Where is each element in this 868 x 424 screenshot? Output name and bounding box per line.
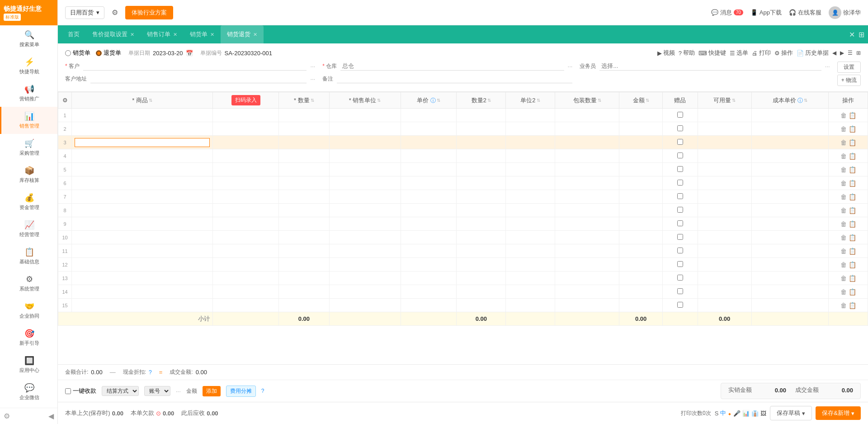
unit-cell-9[interactable] [329,217,401,231]
amount-sort-icon[interactable]: ⇅ [646,98,649,103]
topbar-gear-icon[interactable]: ⚙ [112,8,118,17]
product-extra-cell-12[interactable] [213,258,279,272]
copy-icon-14[interactable]: 📋 [849,288,856,295]
available-cell-6[interactable] [698,176,751,190]
sidebar-item-2[interactable]: 📢 营销推广 [0,80,57,107]
qty-cell-13[interactable] [279,272,329,285]
product-cell-1[interactable] [72,109,213,122]
category-select[interactable]: 日用百货 ▾ [65,6,104,19]
tool-icon-6[interactable]: 👔 [751,410,759,417]
cost-cell-8[interactable] [751,204,829,217]
return-type-option[interactable]: 退货单 [96,49,121,57]
amount-cell-15[interactable] [619,299,663,312]
price-cell-14[interactable] [401,285,457,299]
available-cell-3[interactable] [698,136,751,149]
gift-checkbox-8[interactable] [677,207,683,213]
qty-cell-8[interactable] [279,204,329,217]
unit2-cell-12[interactable] [506,258,555,272]
tool-icon-4[interactable]: 🎤 [733,410,741,417]
tab-1[interactable]: 售价提取设置✕ [86,25,141,43]
amount-cell-1[interactable] [619,109,663,122]
price-cell-9[interactable] [401,217,457,231]
pkg-qty-cell-11[interactable] [555,244,619,258]
unit-sort-icon[interactable]: ⇅ [377,98,381,103]
return-radio[interactable] [96,50,102,56]
product-cell-6[interactable] [72,176,213,190]
tab-close-1[interactable]: ✕ [130,32,134,38]
available-cell-4[interactable] [698,149,751,163]
sidebar-item-3[interactable]: 📊 销售管理 [0,107,57,134]
scan-input-btn[interactable]: 扫码录入 [231,95,260,105]
qty2-cell-15[interactable] [457,299,506,312]
amount-cell-14[interactable] [619,285,663,299]
amount-cell-10[interactable] [619,231,663,244]
gift-cell-2[interactable] [662,122,698,136]
available-cell-2[interactable] [698,122,751,136]
product-extra-cell-9[interactable] [213,217,279,231]
delete-icon-14[interactable]: 🗑 [840,288,847,295]
price-cell-4[interactable] [401,149,457,163]
unit-cell-3[interactable] [329,136,401,149]
qty-sort-icon[interactable]: ⇅ [311,98,314,103]
tool-icon-3[interactable]: ⬥ [728,410,731,417]
qty-cell-9[interactable] [279,217,329,231]
discount-info-icon[interactable]: ? [149,369,152,376]
gift-cell-8[interactable] [662,204,698,217]
available-cell-12[interactable] [698,258,751,272]
gift-checkbox-4[interactable] [677,152,683,158]
product-extra-cell-14[interactable] [213,285,279,299]
qty2-cell-7[interactable] [457,190,506,204]
product-cell-11[interactable] [72,244,213,258]
account-dots[interactable]: ··· [176,388,181,395]
available-cell-9[interactable] [698,217,751,231]
sidebar-item-4[interactable]: 🛒 采购管理 [0,134,57,161]
price-cell-8[interactable] [401,204,457,217]
qty2-cell-8[interactable] [457,204,506,217]
gift-checkbox-5[interactable] [677,166,683,172]
warehouse-input[interactable] [340,62,564,71]
sidebar-item-13[interactable]: 💬 企业微信 [0,378,57,405]
copy-icon-2[interactable]: 📋 [849,125,856,133]
sales-radio[interactable] [65,50,71,56]
amount-cell-7[interactable] [619,190,663,204]
product-cell-14[interactable] [72,285,213,299]
price-cell-2[interactable] [401,122,457,136]
unit-cell-11[interactable] [329,244,401,258]
costprice-sort-icon[interactable]: ⇅ [804,98,807,103]
unit2-cell-15[interactable] [506,299,555,312]
salesperson-select-btn[interactable]: ··· [825,63,830,70]
qty2-cell-11[interactable] [457,244,506,258]
logistics-btn[interactable]: + 物流 [837,75,861,86]
gift-checkbox-2[interactable] [677,125,683,131]
price-cell-12[interactable] [401,258,457,272]
qty2-sort-icon[interactable]: ⇅ [487,98,491,103]
amount-cell-8[interactable] [619,204,663,217]
delete-icon-6[interactable]: 🗑 [840,180,847,187]
one-click-checkbox[interactable] [65,388,71,394]
product-extra-cell-2[interactable] [213,122,279,136]
copy-icon-8[interactable]: 📋 [849,207,856,214]
online-service-btn[interactable]: 🎧 在线客服 [789,9,821,17]
product-extra-cell-7[interactable] [213,190,279,204]
product-extra-cell-13[interactable] [213,272,279,285]
unit2-cell-2[interactable] [506,122,555,136]
amount-cell-5[interactable] [619,163,663,176]
delete-icon-15[interactable]: 🗑 [840,302,847,309]
product-cell-9[interactable] [72,217,213,231]
qty2-cell-3[interactable] [457,136,506,149]
product-extra-cell-4[interactable] [213,149,279,163]
copy-icon-3[interactable]: 📋 [849,139,856,146]
delete-icon-13[interactable]: 🗑 [840,275,847,282]
gift-checkbox-9[interactable] [677,220,683,226]
gift-cell-10[interactable] [662,231,698,244]
qty2-cell-10[interactable] [457,231,506,244]
amount-cell-2[interactable] [619,122,663,136]
gift-cell-13[interactable] [662,272,698,285]
video-btn[interactable]: ▶ 视频 [657,49,675,57]
expense-info-icon[interactable]: ? [261,388,264,394]
available-cell-13[interactable] [698,272,751,285]
available-cell-14[interactable] [698,285,751,299]
save-draft-btn[interactable]: 保存草稿 ▾ [770,406,812,420]
tool-icon-2[interactable]: 中 [720,409,726,417]
price-cell-13[interactable] [401,272,457,285]
